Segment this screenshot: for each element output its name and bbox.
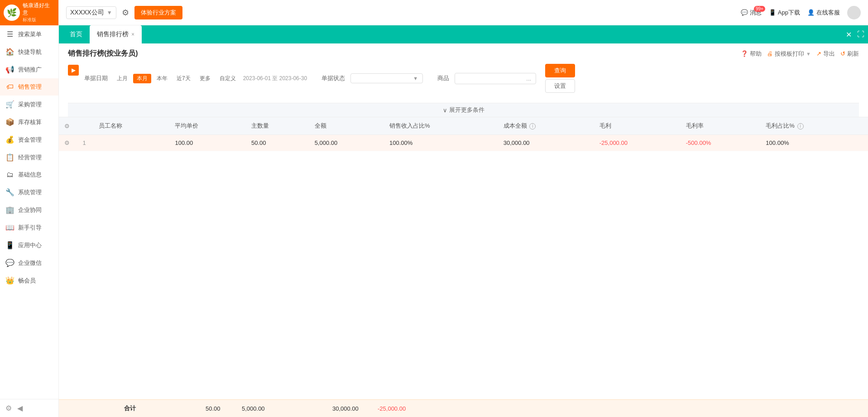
goods-filter-more[interactable]: ... <box>526 75 531 82</box>
query-button[interactable]: 查询 <box>545 64 575 77</box>
filter-toggle-icon[interactable]: ▶ <box>68 65 79 76</box>
export-button[interactable]: ↗ 导出 <box>816 50 835 58</box>
profit-pct-info-icon[interactable]: i <box>797 123 804 129</box>
window-maximize-icon[interactable]: ⛶ <box>857 30 864 38</box>
date-cur-month[interactable]: 本月 <box>133 74 151 83</box>
sidebar-label-search: 搜索菜单 <box>18 30 42 38</box>
col-sales-pct: 销售收入占比% <box>384 117 498 135</box>
message-icon: 💬 <box>741 9 748 16</box>
sidebar-item-sales[interactable]: 🏷 销售管理 <box>0 78 58 96</box>
sidebar-item-finance[interactable]: 💰 资金管理 <box>0 131 58 149</box>
col-cost: 成本全额 i <box>498 117 594 135</box>
status-select[interactable]: ▼ <box>350 73 423 83</box>
export-icon: ↗ <box>816 50 821 57</box>
tab-home[interactable]: 首页 <box>62 25 90 43</box>
sidebar-item-marketing[interactable]: 📢 营销推广 <box>0 61 58 78</box>
row-profit-rate: -500.00% <box>681 135 761 151</box>
sidebar-item-basic[interactable]: 🗂 基础信息 <box>0 166 58 183</box>
sidebar-item-member[interactable]: 👑 畅会员 <box>0 272 58 289</box>
sidebar-item-inventory[interactable]: 📦 库存核算 <box>0 113 58 131</box>
page-actions: ❓ 帮助 🖨 按模板打印 ▼ ↗ 导出 ↺ 刷新 <box>741 50 859 58</box>
sidebar-item-purchase[interactable]: 🛒 采购管理 <box>0 96 58 113</box>
company-settings-icon[interactable]: ⚙ <box>122 8 129 18</box>
col-profit: 毛利 <box>594 117 681 135</box>
cost-info-icon[interactable]: i <box>529 123 536 129</box>
operation-icon: 📋 <box>5 153 14 162</box>
refresh-label: 刷新 <box>847 50 859 58</box>
row-amount: 5,000.00 <box>309 135 384 151</box>
sidebar-item-wechat[interactable]: 💬 企业微信 <box>0 254 58 272</box>
date-prev-month[interactable]: 上月 <box>113 74 131 83</box>
settings-button[interactable]: 设置 <box>545 79 575 93</box>
bottom-settings-icon[interactable]: ⚙ <box>5 404 12 412</box>
date-tabs: 上月 本月 本年 近7天 更多 自定义 2023-06-01 至 2023-06… <box>113 74 307 83</box>
sales-table: ⚙ 员工名称 平均单价 主数量 全额 销售收入占比% 成本全额 i 毛利 毛利率… <box>59 117 868 151</box>
user-avatar[interactable] <box>847 6 861 19</box>
message-badge: 99+ <box>754 6 765 12</box>
sidebar-label-operation: 经营管理 <box>18 153 42 162</box>
sidebar-label-app-center: 应用中心 <box>18 241 42 249</box>
sidebar-item-operation[interactable]: 📋 经营管理 <box>0 149 58 166</box>
goods-filter[interactable]: ... <box>455 73 536 84</box>
sidebar-label-member: 畅会员 <box>18 277 36 285</box>
filter-area: ▶ 单据日期 上月 本月 本年 近7天 更多 自定义 2023-06-0 <box>68 64 859 103</box>
date-label: 单据日期 <box>84 74 108 82</box>
sidebar-item-enterprise[interactable]: 🏢 企业协同 <box>0 201 58 219</box>
purchase-icon: 🛒 <box>5 100 14 109</box>
col-settings[interactable]: ⚙ <box>59 117 75 135</box>
refresh-button[interactable]: ↺ 刷新 <box>840 50 859 58</box>
col-profit-pct: 毛利占比% i <box>760 117 868 135</box>
table-row: ⚙ 1 100.00 50.00 5,000.00 100.00% 30,000… <box>59 135 868 151</box>
page-title: 销售排行榜(按业务员) <box>68 49 138 58</box>
tab-bar: 首页 销售排行榜 × ✕ ⛶ <box>59 25 868 43</box>
sidebar-item-search[interactable]: ☰ 搜索菜单 <box>0 25 58 43</box>
tab-home-label: 首页 <box>70 30 82 38</box>
date-custom[interactable]: 自定义 <box>216 74 240 83</box>
row-name <box>93 135 169 151</box>
sidebar-label-guide: 新手引导 <box>18 224 42 232</box>
page-header: 销售排行榜(按业务员) ❓ 帮助 🖨 按模板打印 ▼ ↗ 导出 <box>59 43 868 117</box>
refresh-icon: ↺ <box>840 50 845 57</box>
company-selector[interactable]: XXXXX公司 ▼ <box>66 6 116 19</box>
tab-sales-ranking[interactable]: 销售排行榜 × <box>90 25 142 43</box>
footer-main-qty: 50.00 <box>200 405 236 412</box>
sidebar-item-quick-nav[interactable]: 🏠 快捷导航 <box>0 43 58 61</box>
export-label: 导出 <box>823 50 835 58</box>
sidebar-collapse-icon[interactable]: ◀ <box>17 404 23 412</box>
sidebar-label-finance: 资金管理 <box>18 136 42 144</box>
sidebar-item-guide[interactable]: 📖 新手引导 <box>0 219 58 236</box>
expand-icon: ∨ <box>443 107 447 114</box>
sidebar-item-system[interactable]: 🔧 系统管理 <box>0 183 58 201</box>
help-button[interactable]: ❓ 帮助 <box>741 50 762 58</box>
service-label: 在线客服 <box>816 9 840 17</box>
print-button[interactable]: 🖨 按模板打印 ▼ <box>767 50 811 58</box>
sidebar-label-wechat: 企业微信 <box>18 259 42 267</box>
expand-more-button[interactable]: ∨ 展开更多条件 <box>443 106 484 114</box>
inventory-icon: 📦 <box>5 118 14 126</box>
online-service-button[interactable]: 👤 在线客服 <box>807 9 840 17</box>
row-sales-pct: 100.00% <box>384 135 498 151</box>
guide-icon: 📖 <box>5 223 14 232</box>
date-year[interactable]: 本年 <box>153 74 171 83</box>
date-7days[interactable]: 近7天 <box>173 74 194 83</box>
app-download-icon: 📱 <box>769 9 776 16</box>
service-icon: 👤 <box>807 9 815 16</box>
row-profit-pct: 100.00% <box>760 135 868 151</box>
window-close-icon[interactable]: ✕ <box>846 30 852 39</box>
help-label: 帮助 <box>750 50 762 58</box>
sidebar-item-app-center[interactable]: 📱 应用中心 <box>0 236 58 254</box>
col-avg-price: 平均单价 <box>169 117 245 135</box>
row-settings-icon[interactable]: ⚙ <box>59 135 75 151</box>
date-range-display: 2023-06-01 至 2023-06-30 <box>243 75 307 82</box>
tab-close-icon[interactable]: × <box>131 31 134 38</box>
date-more[interactable]: 更多 <box>196 74 214 83</box>
trial-button[interactable]: 体验行业方案 <box>134 6 182 19</box>
app-download-button[interactable]: 📱 App下载 <box>769 9 800 17</box>
sidebar-bottom: ⚙ ◀ <box>0 399 58 417</box>
table-container: ⚙ 员工名称 平均单价 主数量 全额 销售收入占比% 成本全额 i 毛利 毛利率… <box>59 117 868 399</box>
goods-label: 商品 <box>437 74 449 82</box>
col-profit-rate: 毛利率 <box>681 117 761 135</box>
marketing-icon: 📢 <box>5 65 14 74</box>
message-button[interactable]: 💬 消息 99+ <box>741 9 762 17</box>
page-content: 销售排行榜(按业务员) ❓ 帮助 🖨 按模板打印 ▼ ↗ 导出 <box>59 43 868 417</box>
